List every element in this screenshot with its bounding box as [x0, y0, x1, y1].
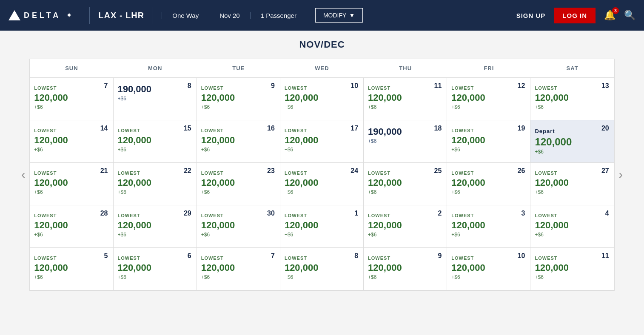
cell-fee: +$6	[118, 147, 192, 153]
cell-fee: +$6	[285, 189, 359, 195]
cell-label: LOWEST	[368, 85, 442, 91]
cell-miles: 120,000	[535, 136, 610, 148]
cell-miles: 120,000	[535, 262, 610, 273]
cell-fee: +$6	[201, 274, 276, 280]
logo-divider	[89, 7, 90, 24]
calendar-cell[interactable]: 21LOWEST120,000+$6	[30, 163, 113, 205]
cell-fee: +$6	[535, 149, 610, 155]
calendar-cell[interactable]: 27LOWEST120,000+$6	[530, 163, 614, 205]
next-month-button[interactable]: ›	[615, 164, 627, 186]
cell-label: LOWEST	[535, 85, 610, 91]
cell-date-number: 9	[271, 82, 275, 90]
prev-month-button[interactable]: ‹	[17, 164, 29, 186]
login-button[interactable]: LOG IN	[554, 8, 596, 23]
calendar-cell[interactable]: 7LOWEST120,000+$6	[197, 248, 280, 290]
cell-date-number: 26	[518, 167, 525, 175]
delta-triangle-icon	[9, 10, 20, 20]
modify-label: MODIFY	[323, 12, 346, 19]
calendar-cell[interactable]: 25LOWEST120,000+$6	[364, 163, 447, 205]
cell-date-number: 17	[350, 125, 358, 132]
cell-miles: 120,000	[118, 220, 192, 231]
day-header-sat: SAT	[530, 59, 614, 78]
day-headers: SUNMONTUEWEDTHUFRISAT	[30, 59, 614, 78]
header-right-actions: SIGN UP LOG IN 🔔 3 🔍	[516, 8, 635, 23]
signup-button[interactable]: SIGN UP	[516, 12, 546, 19]
notification-bell[interactable]: 🔔 3	[604, 10, 616, 21]
cell-date-number: 24	[350, 167, 358, 175]
cell-date-number: 5	[104, 252, 108, 260]
cell-date-number: 19	[518, 125, 525, 132]
cell-miles: 120,000	[34, 262, 108, 273]
calendar-cell[interactable]: 30LOWEST120,000+$6	[197, 205, 280, 248]
calendar-cell[interactable]: 9LOWEST120,000+$6	[197, 78, 280, 120]
cell-label: LOWEST	[368, 256, 442, 261]
calendar-cell[interactable]: 15LOWEST120,000+$6	[114, 120, 197, 163]
calendar-cell[interactable]: 26LOWEST120,000+$6	[447, 163, 530, 205]
calendar-cell[interactable]: 24LOWEST120,000+$6	[280, 163, 364, 205]
cell-label: LOWEST	[201, 128, 276, 133]
calendar-cell[interactable]: 10LOWEST120,000+$6	[280, 78, 364, 120]
cell-miles: 120,000	[451, 177, 526, 188]
cell-miles: 120,000	[118, 262, 192, 273]
cell-fee: +$6	[285, 147, 359, 153]
calendar-cell[interactable]: 19LOWEST120,000+$6	[447, 120, 530, 163]
calendar-cell[interactable]: 3LOWEST120,000+$6	[447, 205, 530, 248]
calendar-cell[interactable]: 11LOWEST120,000+$6	[530, 248, 614, 290]
calendar-cell[interactable]: 4LOWEST120,000+$6	[530, 205, 614, 248]
cell-fee: +$6	[34, 232, 108, 238]
route-display: LAX - LHR	[98, 11, 144, 20]
calendar-cell[interactable]: 17LOWEST120,000+$6	[280, 120, 364, 163]
cell-miles: 120,000	[118, 177, 192, 188]
cell-miles: 120,000	[368, 177, 442, 188]
calendar-cell[interactable]: 28LOWEST120,000+$6	[30, 205, 113, 248]
calendar-cell[interactable]: 8LOWEST120,000+$6	[280, 248, 364, 290]
cell-fee: +$6	[368, 232, 442, 238]
calendar-cell[interactable]: 5LOWEST120,000+$6	[30, 248, 113, 290]
cell-fee: +$6	[201, 104, 276, 110]
cell-fee: +$6	[118, 189, 192, 195]
cell-label: LOWEST	[34, 85, 108, 91]
calendar-cell[interactable]: 2LOWEST120,000+$6	[364, 205, 447, 248]
calendar-cell[interactable]: 29LOWEST120,000+$6	[114, 205, 197, 248]
cell-fee: +$6	[451, 232, 526, 238]
calendar-cell[interactable]: 7LOWEST120,000+$6	[30, 78, 113, 120]
cell-label: LOWEST	[368, 170, 442, 176]
cell-date-number: 3	[521, 210, 525, 217]
cell-label: LOWEST	[118, 128, 192, 133]
cell-label: LOWEST	[34, 256, 108, 261]
cell-date-number: 13	[601, 82, 609, 90]
calendar-cell[interactable]: 13LOWEST120,000+$6	[530, 78, 614, 120]
calendar-cell[interactable]: 23LOWEST120,000+$6	[197, 163, 280, 205]
cell-label: LOWEST	[535, 256, 610, 261]
cell-date-number: 14	[100, 125, 108, 132]
calendar-cell[interactable]: 6LOWEST120,000+$6	[114, 248, 197, 290]
cell-label: LOWEST	[285, 128, 359, 133]
cell-date-number: 12	[518, 82, 525, 90]
cell-fee: +$6	[34, 147, 108, 153]
calendar-cell[interactable]: 18190,000+$6	[364, 120, 447, 163]
search-icon[interactable]: 🔍	[624, 10, 635, 21]
calendar-cell[interactable]: 20Depart120,000+$6	[530, 120, 614, 163]
calendar-cell[interactable]: 16LOWEST120,000+$6	[197, 120, 280, 163]
cell-date-number: 8	[188, 82, 191, 90]
cell-fee: +$6	[451, 104, 526, 110]
calendar-cell[interactable]: 11LOWEST120,000+$6	[364, 78, 447, 120]
calendar-cell[interactable]: 9LOWEST120,000+$6	[364, 248, 447, 290]
calendar-cell[interactable]: 14LOWEST120,000+$6	[30, 120, 113, 163]
calendar-cell[interactable]: 12LOWEST120,000+$6	[447, 78, 530, 120]
cell-label: LOWEST	[535, 170, 610, 176]
cell-label: LOWEST	[34, 213, 108, 218]
cell-fee: +$6	[201, 147, 276, 153]
cell-fee: +$6	[285, 232, 359, 238]
cell-fee: +$6	[535, 274, 610, 280]
cell-date-number: 27	[601, 167, 609, 175]
calendar-cell[interactable]: 10LOWEST120,000+$6	[447, 248, 530, 290]
calendar-cell[interactable]: 22LOWEST120,000+$6	[114, 163, 197, 205]
header: DELTA ✦ LAX - LHR One Way Nov 20 1 Passe…	[0, 0, 644, 31]
calendar-cell[interactable]: 1LOWEST120,000+$6	[280, 205, 364, 248]
cell-date-number: 10	[350, 82, 358, 90]
modify-button[interactable]: MODIFY ▼	[315, 8, 363, 23]
cell-label: LOWEST	[118, 256, 192, 261]
cell-label: LOWEST	[201, 256, 276, 261]
calendar-cell[interactable]: 8190,000+$6	[114, 78, 197, 120]
